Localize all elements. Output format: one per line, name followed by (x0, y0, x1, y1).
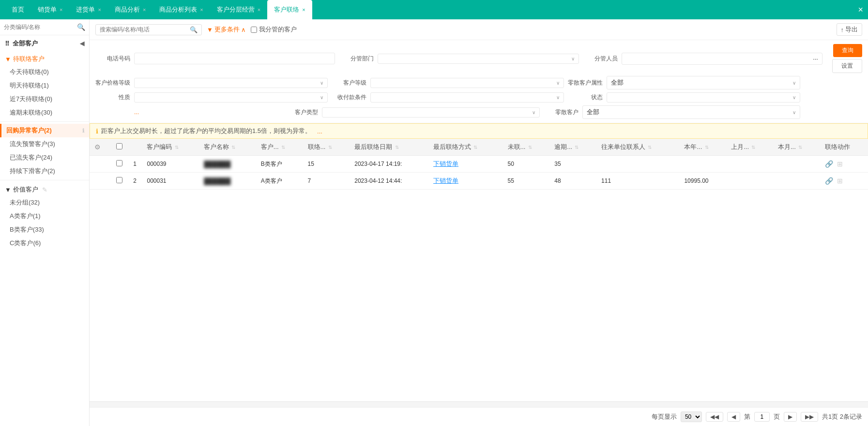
grid-icon: ⠿ (5, 40, 10, 47)
sidebar-all-customers[interactable]: ⠿ 全部客户 ◀ (0, 35, 89, 52)
row2-grid-icon[interactable]: ⊞ (837, 177, 843, 185)
sidebar-item-overdue[interactable]: 逾期未联络(30) (0, 106, 89, 119)
tab-home[interactable]: 首页 (5, 0, 31, 19)
tab-customer-tier[interactable]: 客户分层经营 × (210, 0, 267, 19)
settings-col-header[interactable]: ⚙ (90, 139, 111, 156)
row2-settings (90, 173, 111, 190)
sidebar-item-churned[interactable]: 已流失客户(24) (0, 151, 89, 164)
setting-button[interactable]: 设置 (832, 59, 862, 73)
tooltip-more-button[interactable]: ... (317, 128, 322, 135)
tab-sales[interactable]: 销货单 × (31, 0, 69, 19)
price-level-select[interactable]: ∨ (134, 78, 328, 88)
this-month-col-header[interactable]: 本月... ⇅ (773, 139, 820, 156)
close-analysis-list-tab[interactable]: × (200, 7, 203, 13)
row2-last-method[interactable]: 下销货单 (428, 173, 503, 190)
prev-page-button[interactable]: ◀ (727, 412, 740, 422)
sidebar-group-pending-title[interactable]: ▼ 待联络客户 (0, 52, 89, 65)
status-select[interactable]: ∨ (607, 92, 800, 103)
close-analysis-tab[interactable]: × (143, 7, 146, 13)
row2-contact: 7 (303, 173, 350, 190)
nature-select[interactable]: ∨ (134, 92, 328, 103)
next-page-button[interactable]: ▶ (784, 412, 797, 422)
retail-customer-select[interactable]: 全部 ∨ (582, 105, 800, 119)
sidebar-item-churn-warning[interactable]: 流失预警客户(3) (0, 137, 89, 151)
last-page-button[interactable]: ▶▶ (801, 412, 818, 422)
export-button[interactable]: ↑ 导出 (837, 23, 863, 36)
row1-grid-icon[interactable]: ⊞ (837, 160, 843, 168)
payment-select[interactable]: ∨ (370, 92, 564, 103)
uncontact-col-header[interactable]: 未联... ⇅ (503, 139, 550, 156)
last-method-col-header[interactable]: 最后联络方式 ⇅ (428, 139, 503, 156)
row2-type: A类客户 (256, 173, 303, 190)
sidebar-collapse-icon[interactable]: ◀ (80, 40, 84, 47)
customer-type-select[interactable]: ∨ (322, 107, 540, 118)
row1-code[interactable]: 000039 (142, 156, 199, 173)
sidebar-search-input[interactable] (4, 24, 77, 30)
sidebar-item-7days[interactable]: 近7天待联络(0) (0, 92, 89, 106)
more-conditions-button[interactable]: ▼ 更多条件 ∧ (207, 25, 246, 34)
row1-last-method[interactable]: 下销货单 (428, 156, 503, 173)
customer-level-select[interactable]: ∨ (370, 78, 564, 88)
chevron-down-icon-5: ∨ (320, 95, 323, 100)
last-month-col-header[interactable]: 上月... ⇅ (726, 139, 773, 156)
close-purchase-tab[interactable]: × (98, 7, 101, 13)
sidebar-item-a-class[interactable]: A类客户(1) (0, 209, 89, 223)
filter-field-dept: 分管部门 ∨ (339, 54, 579, 64)
row2-code[interactable]: 000031 (142, 173, 199, 190)
this-year-col-header[interactable]: 本年... ⇅ (679, 139, 726, 156)
row2-link-icon[interactable]: 🔗 (825, 177, 833, 185)
row1-select-checkbox[interactable] (116, 160, 122, 166)
sidebar-search-icon[interactable]: 🔍 (77, 23, 85, 31)
type-col-header[interactable]: 客户... ⇅ (256, 139, 303, 156)
sort-year-icon: ⇅ (705, 145, 709, 150)
tab-purchase[interactable]: 进货单 × (69, 0, 107, 19)
sidebar-item-c-class[interactable]: C类客户(6) (0, 236, 89, 250)
row1-link-icon[interactable]: 🔗 (825, 160, 833, 168)
sidebar-item-today[interactable]: 今天待联络(0) (0, 65, 89, 79)
sidebar-group-value-title[interactable]: ▼ 价值客户 ✎ (0, 182, 89, 196)
sidebar-item-declining[interactable]: 持续下滑客户(2) (0, 164, 89, 178)
tooltip-bar: ℹ 距客户上次交易时长，超过了此客户的平均交易周期的1.5倍，则视为异常。 ..… (90, 123, 868, 139)
sidebar-item-tomorrow[interactable]: 明天待联络(1) (0, 79, 89, 92)
horizontal-scrollbar[interactable] (90, 401, 868, 407)
close-customer-contact-tab[interactable]: × (302, 7, 305, 13)
row1-this-year (679, 156, 726, 173)
search-input[interactable] (100, 26, 190, 33)
name-col-header[interactable]: 客户名称 ⇅ (199, 139, 256, 156)
close-customer-tier-tab[interactable]: × (258, 7, 260, 13)
first-page-button[interactable]: ◀◀ (706, 412, 723, 422)
unit-contact-col-header[interactable]: 往来单位联系人 ⇅ (596, 139, 679, 156)
edit-icon[interactable]: ✎ (42, 186, 47, 193)
page-number-input[interactable] (754, 412, 770, 422)
row1-name[interactable]: ██████ (199, 156, 256, 173)
code-col-header[interactable]: 客户编码 ⇅ (142, 139, 199, 156)
row2-overdue: 48 (549, 173, 596, 190)
sidebar-item-b-class[interactable]: B类客户(33) (0, 223, 89, 236)
filter-field-nature: 性质 ∨ (95, 92, 328, 103)
row2-this-year: 10995.00 (679, 173, 726, 190)
last-date-col-header[interactable]: 最后联络日期 ⇅ (350, 139, 428, 156)
more-fields-button[interactable]: ... (134, 109, 139, 116)
row2-select-checkbox[interactable] (116, 177, 122, 183)
info-icon-tooltip: ℹ (96, 128, 98, 135)
select-all-checkbox[interactable] (116, 143, 122, 149)
my-customers-checkbox[interactable] (251, 27, 257, 33)
search-icon[interactable]: 🔍 (190, 26, 198, 33)
dept-select[interactable]: ∨ (378, 54, 579, 64)
overdue-col-header[interactable]: 逾期... ⇅ (549, 139, 596, 156)
close-sales-tab[interactable]: × (60, 7, 62, 13)
tab-analysis-list[interactable]: 商品分析列表 × (152, 0, 210, 19)
sidebar-item-ungrouped[interactable]: 未分组(32) (0, 196, 89, 209)
contact-col-header[interactable]: 联络... ⇅ (303, 139, 350, 156)
settings-gear-icon[interactable]: ⚙ (94, 143, 101, 151)
tab-analysis[interactable]: 商品分析 × (108, 0, 152, 19)
per-page-select[interactable]: 50 (681, 411, 702, 422)
phone-input[interactable] (134, 53, 335, 64)
manager-select[interactable]: ··· (622, 53, 822, 65)
window-close-button[interactable]: × (858, 5, 863, 15)
query-button[interactable]: 查询 (833, 44, 862, 57)
retail-attr-select[interactable]: 全部 ∨ (607, 76, 800, 89)
tab-customer-contact[interactable]: 客户联络 × (267, 0, 312, 19)
row2-name[interactable]: ██████ (199, 173, 256, 190)
sidebar-item-repurchase-abnormal[interactable]: 回购异常客户(2) ℹ (0, 124, 89, 137)
